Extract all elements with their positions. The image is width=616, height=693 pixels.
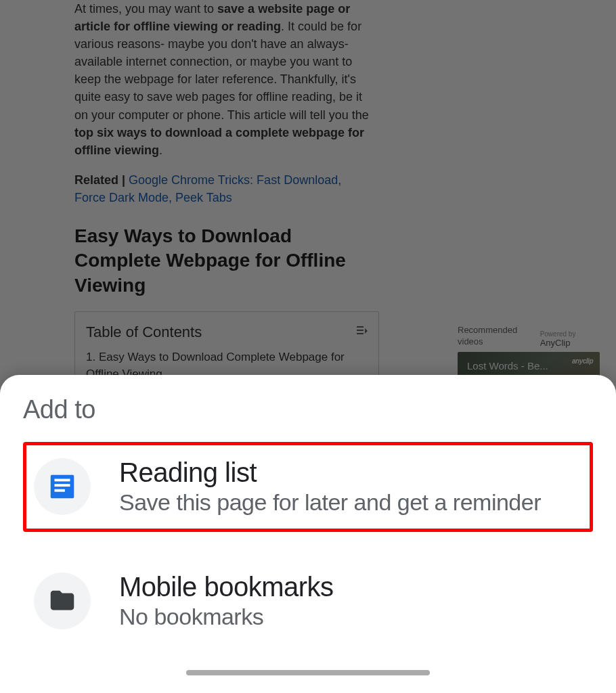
folder-icon [34, 573, 91, 629]
option-subtitle: Save this page for later and get a remin… [119, 488, 582, 517]
reading-list-icon [34, 458, 91, 515]
svg-rect-9 [55, 489, 65, 492]
option-title: Reading list [119, 457, 582, 488]
option-title: Mobile bookmarks [119, 571, 582, 602]
option-mobile-bookmarks[interactable]: Mobile bookmarks No bookmarks [23, 556, 593, 646]
option-subtitle: No bookmarks [119, 602, 582, 631]
svg-rect-8 [55, 484, 70, 487]
home-indicator[interactable] [186, 670, 430, 675]
option-reading-list[interactable]: Reading list Save this page for later an… [23, 442, 593, 532]
sheet-title: Add to [23, 395, 593, 424]
svg-rect-7 [55, 479, 70, 482]
add-to-sheet: Add to Reading list Save this page for l… [0, 375, 616, 693]
